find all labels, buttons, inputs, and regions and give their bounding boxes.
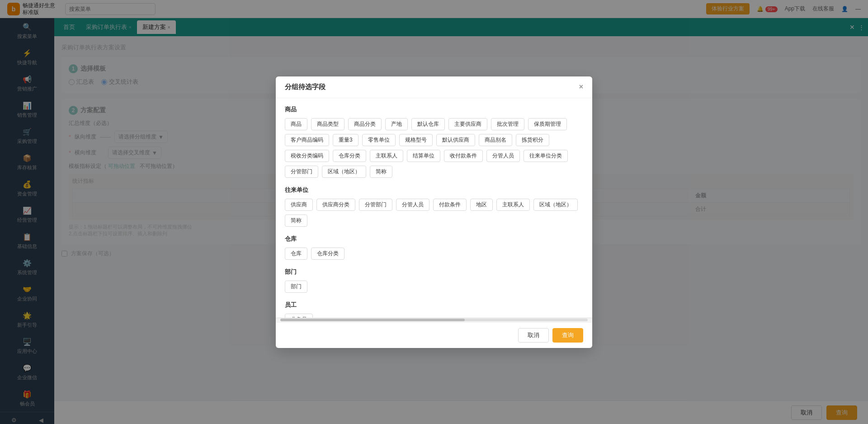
section-employee-title: 员工 [285,301,583,309]
modal-body: 商品 商品 商品类型 商品分类 产地 默认仓库 主要供应商 批次管理 保质期管理… [276,98,592,318]
field-tag-warehouse-category[interactable]: 仓库分类 [333,150,366,162]
employee-field-grid: 业务员 [285,314,583,318]
field-tag-goods-type[interactable]: 商品类型 [311,118,344,130]
field-tag-charge-dept[interactable]: 分管部门 [285,166,318,178]
section-warehouse-title: 仓库 [285,235,583,243]
section-goods-title: 商品 [285,105,583,114]
field-tag-tax-code[interactable]: 税收分类编码 [285,150,329,162]
field-tag-default-warehouse[interactable]: 默认仓库 [411,118,445,130]
field-tag-charge-person[interactable]: 分管人员 [486,150,520,162]
section-partner-title: 往来单位 [285,186,583,194]
section-warehouse: 仓库 仓库 仓库分类 [285,235,583,260]
field-tag-origin[interactable]: 产地 [385,118,408,130]
field-tag-wh[interactable]: 仓库 [285,248,307,260]
field-tag-goods-category[interactable]: 商品分类 [348,118,382,130]
field-tag-spec-model[interactable]: 规格型号 [399,134,433,146]
field-tag-default-supplier[interactable]: 默认供应商 [436,134,475,146]
field-tag-customer-code[interactable]: 客户商品编码 [285,134,329,146]
warehouse-field-grid: 仓库 仓库分类 [285,248,583,260]
partner-field-grid: 供应商 供应商分类 分管部门 分管人员 付款条件 地区 主联系人 区域（地区） … [285,199,583,227]
field-tag-wh-category[interactable]: 仓库分类 [311,248,344,260]
field-tag-region[interactable]: 区域（地区） [322,166,366,178]
field-tag-short-name2[interactable]: 简称 [285,214,307,227]
field-tag-partner-category[interactable]: 往来单位分类 [524,150,568,162]
modal-header: 分组待选字段 × [276,76,592,98]
field-tag-pick-points[interactable]: 拣货积分 [516,134,549,146]
modal-close-button[interactable]: × [579,83,583,91]
modal-horizontal-scrollbar[interactable] [276,318,592,322]
field-tag-partner-dept[interactable]: 分管部门 [359,199,392,211]
section-employee: 员工 业务员 [285,301,583,318]
section-partner: 往来单位 供应商 供应商分类 分管部门 分管人员 付款条件 地区 主联系人 区域… [285,186,583,227]
field-tag-region2[interactable]: 区域（地区） [533,199,578,211]
modal-title: 分组待选字段 [285,83,326,91]
field-tag-payment-condition[interactable]: 付款条件 [433,199,467,211]
field-select-modal: 分组待选字段 × 商品 商品 商品类型 商品分类 产地 默认仓库 主要供应商 批… [276,76,592,348]
section-goods: 商品 商品 商品类型 商品分类 产地 默认仓库 主要供应商 批次管理 保质期管理… [285,105,583,178]
field-tag-main-supplier[interactable]: 主要供应商 [448,118,487,130]
section-department: 部门 部门 [285,268,583,293]
modal-overlay: 分组待选字段 × 商品 商品 商品类型 商品分类 产地 默认仓库 主要供应商 批… [0,0,868,424]
field-tag-payment-terms[interactable]: 收付款条件 [444,150,483,162]
field-tag-settlement-unit[interactable]: 结算单位 [407,150,440,162]
field-tag-expiry-mgmt[interactable]: 保质期管理 [528,118,567,130]
field-tag-salesperson[interactable]: 业务员 [285,314,313,318]
field-tag-dept[interactable]: 部门 [285,281,307,293]
field-tag-partner-person[interactable]: 分管人员 [396,199,429,211]
field-tag-weight3[interactable]: 重量3 [333,134,359,146]
field-tag-batch-mgmt[interactable]: 批次管理 [491,118,524,130]
field-tag-goods-alias[interactable]: 商品别名 [479,134,512,146]
section-department-title: 部门 [285,268,583,276]
field-tag-main-contact2[interactable]: 主联系人 [496,199,530,211]
department-field-grid: 部门 [285,281,583,293]
modal-confirm-button[interactable]: 查询 [552,328,583,343]
field-tag-supplier[interactable]: 供应商 [285,199,313,211]
field-tag-retail-unit[interactable]: 零售单位 [362,134,396,146]
modal-cancel-button[interactable]: 取消 [518,328,549,343]
field-tag-short-name[interactable]: 简称 [370,166,392,178]
field-tag-main-contact[interactable]: 主联系人 [370,150,403,162]
modal-footer: 取消 查询 [276,322,592,348]
field-tag-supplier-category[interactable]: 供应商分类 [316,199,355,211]
field-tag-area[interactable]: 地区 [470,199,493,211]
field-tag-goods[interactable]: 商品 [285,118,307,130]
goods-field-grid: 商品 商品类型 商品分类 产地 默认仓库 主要供应商 批次管理 保质期管理 客户… [285,118,583,178]
